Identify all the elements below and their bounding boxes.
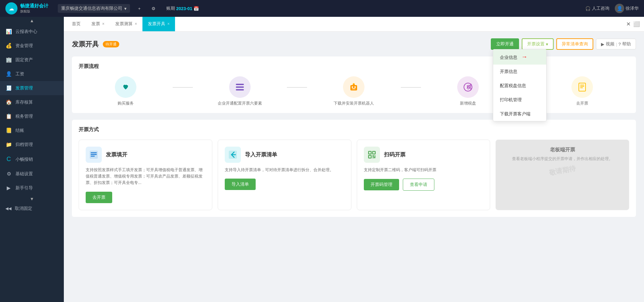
- svg-rect-4: [236, 89, 244, 90]
- invoice-icon: 🧾: [5, 85, 12, 91]
- dropdown-item-tax-config[interactable]: 配置税盘信息: [493, 79, 546, 93]
- tab-invoice[interactable]: 发票 ×: [86, 17, 110, 31]
- gear-icon: ⚙: [152, 6, 156, 11]
- period-label: 账期: [166, 5, 175, 11]
- tab-invoice-calc[interactable]: 发票测算 ×: [110, 17, 142, 31]
- boss-card-title: 老板端开票: [550, 147, 575, 153]
- tab-bar: 首页 发票 × 发票测算 × 发票开具 × ✕ ⬜: [64, 17, 644, 32]
- tab-invoice-calc-close[interactable]: ×: [135, 22, 137, 26]
- close-window-icon[interactable]: ✕: [626, 21, 631, 27]
- help-label: 帮助: [622, 41, 631, 47]
- sidebar-item-settings[interactable]: ⚙ 基础设置: [0, 167, 64, 181]
- view-apply-btn[interactable]: 查看申请: [403, 179, 434, 191]
- maximize-window-icon[interactable]: ⬜: [633, 21, 640, 27]
- tab-invoice-label: 发票: [91, 21, 100, 27]
- methods-grid: 发票填开 支持按照发票样式手工填开发票；可开具增值税电子普通发票、增值税普通发票…: [79, 140, 629, 210]
- sidebar-unpin[interactable]: ◀◀ 取消固定: [0, 203, 64, 214]
- svg-rect-8: [352, 88, 355, 89]
- activate-button[interactable]: 立即开通: [491, 38, 519, 50]
- method-card-scan: 扫码开票 支持定制开票二维码，客户端可扫码开票 开票码管理 查看申请: [357, 140, 490, 210]
- top-right-area: 🎧 人工咨询 👤 徐泽华: [585, 4, 639, 13]
- heart-plus-icon: +: [120, 82, 131, 92]
- user-name: 徐泽华: [626, 5, 639, 11]
- dropdown-item-company-info[interactable]: 企业信息 →: [493, 49, 546, 65]
- invoice-settings-button[interactable]: 开票设置 ▾: [522, 38, 554, 50]
- tax-icon: 📋: [5, 113, 12, 119]
- page-header: 发票开具 待开通 立即开通 开票设置 ▾ 异常清单查询 ▶ 视频: [72, 38, 636, 50]
- import-method-icon: [225, 147, 241, 163]
- tab-home[interactable]: 首页: [67, 17, 86, 31]
- dropdown-item-printer[interactable]: 打印机管理: [493, 93, 546, 107]
- flow-step-5: 去开票: [535, 76, 629, 106]
- expense-icon: C: [5, 156, 12, 163]
- sidebar-item-archive[interactable]: 📁 归档管理: [0, 138, 64, 152]
- video-label: 视频: [606, 41, 614, 47]
- abnormal-list-label: 异常清单查询: [562, 41, 588, 47]
- svg-text:+: +: [127, 83, 128, 86]
- chevron-down-icon: ▾: [124, 6, 127, 11]
- sidebar-label-salary: 工资: [15, 71, 24, 77]
- user-menu[interactable]: 👤 徐泽华: [615, 4, 639, 13]
- dropdown-company-info-label: 企业信息: [500, 55, 517, 60]
- content-area: 首页 发票 × 发票测算 × 发票开具 × ✕ ⬜: [64, 17, 644, 302]
- sidebar-scroll-up[interactable]: ▲: [0, 17, 64, 25]
- sidebar-item-invoice[interactable]: 🧾 发票管理: [0, 81, 64, 95]
- scan-method-desc: 支持定制开票二维码，客户端可扫码开票: [364, 167, 483, 173]
- tab-invoice-open[interactable]: 发票开具 ×: [142, 17, 175, 31]
- tab-invoice-open-close[interactable]: ×: [167, 22, 170, 26]
- sidebar-label-cloud-reports: 云报表中心: [15, 29, 37, 35]
- settings-button[interactable]: ⚙: [149, 5, 158, 12]
- sidebar-label-expense: 小畅报销: [15, 156, 33, 162]
- period-selector[interactable]: 账期 2023-01 📅: [164, 4, 202, 13]
- logo-sub: 旗舰版: [20, 9, 48, 14]
- method-header-import: 导入开票清单: [225, 147, 344, 163]
- calendar-icon: 📅: [194, 6, 199, 11]
- fill-method-btn[interactable]: 去开票: [86, 192, 112, 203]
- scan-code-manage-btn[interactable]: 开票码管理: [364, 179, 399, 190]
- svg-rect-7: [354, 86, 356, 88]
- sidebar-item-assets[interactable]: 🏢 固定资产: [0, 53, 64, 67]
- plus-icon: +: [138, 6, 141, 11]
- company-name: 重庆畅捷交通信息咨询有限公司: [61, 5, 122, 11]
- page-title: 发票开具: [72, 40, 99, 49]
- step-circle-1: +: [115, 76, 136, 98]
- sidebar-item-tax[interactable]: 📋 税务管理: [0, 109, 64, 123]
- svg-rect-2: [236, 84, 244, 85]
- svg-rect-15: [580, 85, 584, 85]
- app-wrapper: ☁ 畅捷通好会计 旗舰版 重庆畅捷交通信息咨询有限公司 ▾ + ⚙ 账期 202…: [0, 0, 644, 302]
- add-company-button[interactable]: +: [135, 5, 143, 12]
- sidebar-scroll-down[interactable]: ▼: [0, 195, 64, 203]
- method-card-import: 导入开票清单 支持导入待开票清单，可对待开票清单进行拆分、合并处理。 导入清单: [218, 140, 351, 210]
- methods-section-title: 开票方式: [79, 126, 629, 133]
- sidebar-label-unpin: 取消固定: [15, 205, 32, 212]
- sidebar-item-expense[interactable]: C 小畅报销: [0, 152, 64, 167]
- tab-invoice-close[interactable]: ×: [102, 22, 104, 26]
- import-method-btn[interactable]: 导入清单: [225, 179, 256, 190]
- import-method-desc: 支持导入待开票清单，可对待开票清单进行拆分、合并处理。: [225, 167, 344, 173]
- import-method-title: 导入开票清单: [245, 151, 277, 158]
- svg-rect-19: [91, 152, 97, 153]
- sidebar-item-closing[interactable]: 📒 结账: [0, 123, 64, 138]
- dropdown-item-invoice-info[interactable]: 开票信息: [493, 65, 546, 79]
- dropdown-tax-config-label: 配置税盘信息: [500, 83, 526, 88]
- dropdown-item-download-client[interactable]: 下载开票客户端: [493, 107, 546, 121]
- company-selector[interactable]: 重庆畅捷交通信息咨询有限公司 ▾: [58, 4, 130, 13]
- sidebar-item-inventory[interactable]: 🏠 库存核算: [0, 95, 64, 109]
- scan-method-title: 扫码开票: [384, 151, 405, 158]
- step-circle-5: [571, 76, 593, 98]
- fill-method-icon: [86, 147, 102, 163]
- boss-watermark: 敬请期待: [548, 164, 576, 177]
- sidebar-item-guide[interactable]: ▶ 新手引导: [0, 181, 64, 195]
- support-button[interactable]: 🎧 人工咨询: [585, 5, 609, 11]
- abnormal-list-button[interactable]: 异常清单查询: [556, 38, 593, 50]
- logo-text: 畅捷通好会计 旗舰版: [20, 3, 48, 14]
- sidebar-item-cloud-reports[interactable]: 📊 云报表中心: [0, 25, 64, 39]
- flow-step-1: + 购买服务: [79, 76, 173, 106]
- sidebar-item-finance[interactable]: 💰 资金管理: [0, 39, 64, 53]
- sidebar-label-closing: 结账: [15, 127, 24, 134]
- robot-icon: [348, 81, 360, 93]
- step-circle-4: 税 +: [457, 76, 479, 98]
- sidebar-item-salary[interactable]: 👤 工资: [0, 67, 64, 81]
- video-button[interactable]: ▶ 视频 | ? 帮助: [596, 39, 636, 49]
- fill-method-desc: 支持按照发票样式手工填开发票；可开具增值税电子普通发票、增值税普通发票、增值税专…: [86, 167, 205, 186]
